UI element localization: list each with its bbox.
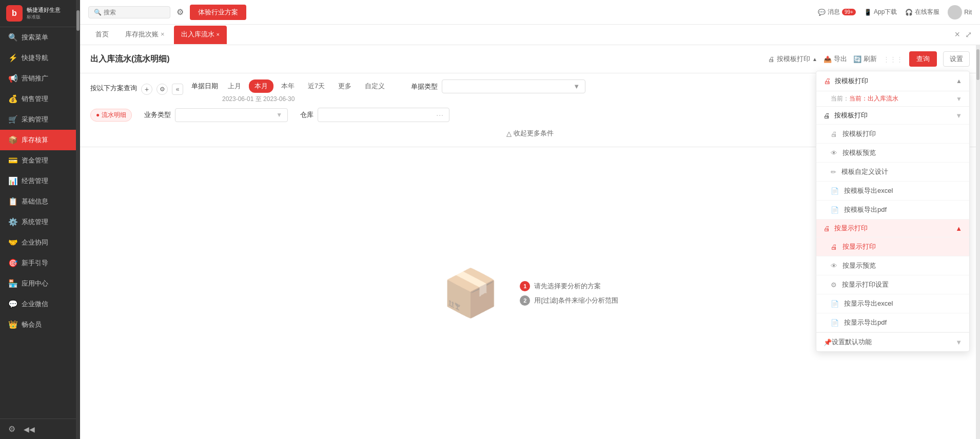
sidebar-item-label: 搜索菜单 xyxy=(22,33,48,42)
filter-collapse-button[interactable]: « xyxy=(172,84,183,95)
dropdown-template-pdf[interactable]: 📄 按模板导出pdf xyxy=(816,201,969,220)
sidebar-item-corp[interactable]: 🤝 企业协同 xyxy=(0,232,76,253)
newbie-icon: 🎯 xyxy=(8,258,17,268)
message-button[interactable]: 💬 消息 99+ xyxy=(818,8,856,16)
dropdown-template-custom[interactable]: ✏ 模板自定义设计 xyxy=(816,163,969,182)
date-this-month[interactable]: 本月 xyxy=(249,79,273,93)
sidebar-item-label: 系统管理 xyxy=(22,217,48,227)
date-last-7days[interactable]: 近7天 xyxy=(302,79,330,93)
topbar-gear-icon[interactable]: ⚙ xyxy=(177,7,184,17)
query-button[interactable]: 查询 xyxy=(909,51,937,67)
date-custom[interactable]: 自定义 xyxy=(359,79,390,93)
right-scrollbar-thumb xyxy=(976,49,979,80)
current-template-label: 当前： 当前：出入库流水 ▼ xyxy=(816,91,969,106)
template-print-section[interactable]: 🖨 按模板打印 ▼ xyxy=(816,107,969,125)
tab-batch-account[interactable]: 库存批次账 × xyxy=(118,26,172,44)
flow-detail-chip[interactable]: ● 流水明细 xyxy=(90,109,132,122)
corp-wechat-icon: 💬 xyxy=(8,300,17,309)
filter-add-button[interactable]: + xyxy=(141,84,152,95)
date-this-year[interactable]: 本年 xyxy=(276,79,300,93)
dropdown-display-pdf[interactable]: 📄 按显示导出pdf xyxy=(816,313,969,332)
message-badge: 99+ xyxy=(842,9,856,15)
display-print-section[interactable]: 🖨 按显示打印 ▲ xyxy=(816,220,969,237)
sidebar-item-inventory[interactable]: 📦 库存核算 xyxy=(0,130,76,150)
marketing-icon: 📢 xyxy=(8,74,17,83)
window-close-icon[interactable]: × xyxy=(954,29,960,40)
dropdown-display-print[interactable]: 🖨 按显示打印 xyxy=(816,237,969,256)
tab-flow-water[interactable]: 出入库流水 × xyxy=(174,26,227,44)
export-button[interactable]: 📤 导出 xyxy=(824,54,847,64)
biz-type-input[interactable] xyxy=(181,111,276,119)
tab-home[interactable]: 首页 xyxy=(88,26,116,44)
online-service-button[interactable]: 🎧 在线客服 xyxy=(905,8,939,16)
warehouse-select[interactable]: ··· xyxy=(318,108,449,122)
settings-button[interactable]: 设置 xyxy=(943,51,970,67)
sidebar-item-search[interactable]: 🔍 搜索菜单 xyxy=(0,27,76,48)
sidebar-item-operation[interactable]: 📊 经营管理 xyxy=(0,171,76,191)
refresh-button[interactable]: 🔄 刷新 xyxy=(853,54,877,64)
sidebar-item-label: 企业协同 xyxy=(22,238,48,247)
print-template-button[interactable]: 🖨 按模板打印 ▲ xyxy=(768,54,817,64)
sidebar-settings-icon[interactable]: ⚙ xyxy=(8,424,15,434)
print-small-icon: 🖨 xyxy=(831,130,837,138)
display-print-settings-label: 按显示打印设置 xyxy=(842,280,889,289)
member-icon: 👑 xyxy=(8,320,17,329)
dropdown-display-print-settings[interactable]: ⚙ 按显示打印设置 xyxy=(816,275,969,294)
sidebar-item-newbie[interactable]: 🎯 新手引导 xyxy=(0,253,76,273)
sidebar-scrollbar[interactable] xyxy=(76,0,80,439)
sidebar-item-corp-wechat[interactable]: 💬 企业微信 xyxy=(0,294,76,314)
sidebar-collapse-icon[interactable]: ◀◀ xyxy=(24,425,35,433)
sidebar-item-system[interactable]: ⚙️ 系统管理 xyxy=(0,212,76,232)
sidebar-item-label: 企业微信 xyxy=(22,300,48,309)
sidebar-item-purchase[interactable]: 🛒 采购管理 xyxy=(0,109,76,130)
excel-icon: 📄 xyxy=(831,187,839,195)
sidebar-item-finance[interactable]: 💳 资金管理 xyxy=(0,150,76,171)
user-name: Rit xyxy=(964,9,972,16)
dropdown-display-preview[interactable]: 👁 按显示预览 xyxy=(816,256,969,275)
dropdown-display-excel[interactable]: 📄 按显示导出excel xyxy=(816,294,969,313)
warehouse-more-icon[interactable]: ··· xyxy=(436,111,444,119)
tab-batch-account-close[interactable]: × xyxy=(161,30,165,38)
dropdown-template-preview[interactable]: 👁 按模板预览 xyxy=(816,144,969,163)
biz-type-select[interactable]: ▼ xyxy=(175,108,288,122)
right-scrollbar[interactable] xyxy=(976,45,980,439)
user-avatar-area[interactable]: Rit xyxy=(948,5,972,19)
sidebar-item-member[interactable]: 👑 畅会员 xyxy=(0,314,76,335)
app-download-button[interactable]: 📱 App下载 xyxy=(864,8,897,16)
topbar-search-input[interactable] xyxy=(104,9,160,16)
warehouse-input[interactable] xyxy=(323,111,436,119)
main-area: 🔍 ⚙ 体验行业方案 💬 消息 99+ 📱 App下载 🎧 在线客服 Rit xyxy=(80,0,980,439)
date-more[interactable]: 更多 xyxy=(332,79,357,93)
dropdown-title: 按模板打印 xyxy=(835,76,868,86)
dropdown-template-print[interactable]: 🖨 按模板打印 xyxy=(816,125,969,144)
dropdown-footer[interactable]: 📌 设置默认功能 ▼ xyxy=(816,332,969,351)
dropdown-chevron-up[interactable]: ▲ xyxy=(956,77,962,85)
topbar: 🔍 ⚙ 体验行业方案 💬 消息 99+ 📱 App下载 🎧 在线客服 Rit xyxy=(80,0,980,25)
tab-flow-water-close[interactable]: × xyxy=(217,31,220,37)
filter-gear-button[interactable]: ⚙ xyxy=(156,84,168,95)
tab-batch-account-label: 库存批次账 xyxy=(125,30,159,39)
chip-label: 流水明细 xyxy=(102,111,126,119)
date-filter-tag: 上月 本月 本年 近7天 更多 自定义 xyxy=(222,79,390,93)
display-pdf-icon: 📄 xyxy=(831,319,839,327)
collapse-label: 收起更多条件 xyxy=(514,129,554,138)
print-template-label: 按模板打印 xyxy=(777,54,810,64)
tab-home-label: 首页 xyxy=(95,30,109,39)
step-number-1: 1 xyxy=(520,281,530,291)
sidebar-item-marketing[interactable]: 📢 营销推广 xyxy=(0,68,76,89)
dropdown-template-excel[interactable]: 📄 按模板导出excel xyxy=(816,182,969,201)
trial-industry-button[interactable]: 体验行业方案 xyxy=(190,5,246,20)
template-custom-label: 模板自定义设计 xyxy=(841,167,888,176)
sidebar-item-app-center[interactable]: 🏪 应用中心 xyxy=(0,273,76,294)
window-expand-icon[interactable]: ⤢ xyxy=(965,30,972,39)
preview-icon: 👁 xyxy=(831,149,837,157)
sidebar-item-basic[interactable]: 📋 基础信息 xyxy=(0,191,76,212)
sidebar-item-sales[interactable]: 💰 销售管理 xyxy=(0,89,76,109)
date-last-month[interactable]: 上月 xyxy=(222,79,247,93)
page-header: 出入库流水(流水明细) 🖨 按模板打印 ▲ 📤 导出 🔄 刷新 ⋮⋮⋮ 查询 设… xyxy=(80,45,980,73)
display-preview-label: 按显示预览 xyxy=(842,261,876,270)
page-actions: 🖨 按模板打印 ▲ 📤 导出 🔄 刷新 ⋮⋮⋮ 查询 设置 xyxy=(768,51,970,73)
sidebar-item-quick-nav[interactable]: ⚡ 快捷导航 xyxy=(0,48,76,68)
doc-type-select[interactable]: ▼ xyxy=(442,79,585,93)
topbar-search-wrap: 🔍 xyxy=(88,6,170,18)
